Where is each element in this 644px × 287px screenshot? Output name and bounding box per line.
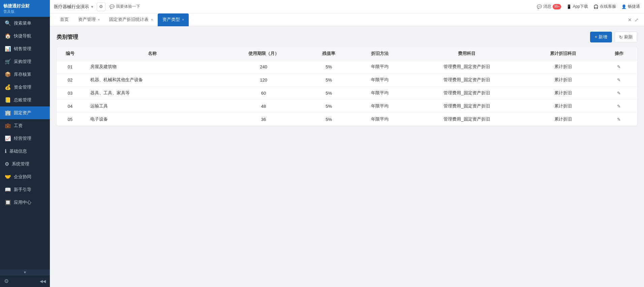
cell-method: 年限平均: [352, 87, 407, 100]
service-label: 在线客服: [600, 4, 616, 9]
settings-button[interactable]: ⚙: [97, 2, 105, 11]
sidebar-item-basic-info[interactable]: ℹ基础信息: [0, 145, 50, 158]
cell-code: 05: [57, 113, 84, 126]
sidebar-item-label: 应用中心: [14, 199, 31, 205]
sidebar-item-label: 基础信息: [9, 148, 27, 154]
table-row: 05 电子设备 36 5% 年限平均 管理费用_固定资产折旧 累计折旧 ✎: [57, 113, 637, 126]
expand-icon[interactable]: ⤢: [635, 17, 639, 23]
tab-asset-type[interactable]: 资产类型×: [158, 13, 189, 26]
sidebar-item-payroll[interactable]: 💼工资: [0, 119, 50, 132]
tab-fixed-asset-table[interactable]: 固定资产折旧统计表×: [104, 13, 157, 26]
new-button[interactable]: + 新增: [590, 32, 612, 42]
sidebar-item-guide[interactable]: 📖新手引导: [0, 183, 50, 196]
tab-close-icon[interactable]: ×: [98, 18, 100, 22]
sidebar-item-system[interactable]: ⚙系统管理: [0, 158, 50, 170]
close-window-icon[interactable]: ✕: [628, 17, 632, 23]
app-name: 畅捷通好业财: [3, 3, 47, 9]
sidebar-item-purchase[interactable]: 🛒采购管理: [0, 55, 50, 68]
cell-residual: 5%: [306, 87, 352, 100]
system-icon: ⚙: [5, 161, 9, 167]
capital-icon: 💰: [5, 84, 11, 90]
refresh-button[interactable]: ↻ 刷新: [615, 32, 637, 42]
sidebar-item-label: 经营管理: [14, 135, 31, 141]
tab-close-icon[interactable]: ×: [182, 18, 184, 22]
app-download-button[interactable]: 📱 App下载: [566, 4, 588, 9]
collapse-icon[interactable]: ◀◀: [40, 279, 46, 284]
company-selector[interactable]: 医疗器械行业演示 ▼: [54, 4, 94, 10]
table-column-header: 费用科目: [408, 47, 526, 60]
sidebar-footer: ⚙ ◀◀: [0, 275, 50, 287]
quick-nav-icon: 🏠: [5, 33, 11, 39]
fixed-asset-icon: 🏢: [5, 110, 11, 116]
app-label: App下载: [573, 4, 588, 9]
cell-accum: 累计折旧: [526, 87, 601, 100]
ledger-icon: 📒: [5, 97, 11, 103]
cell-method: 年限平均: [352, 73, 407, 87]
customer-service-button[interactable]: 🎧 在线客服: [593, 4, 616, 9]
sidebar-item-label: 企业协同: [14, 174, 31, 180]
experience-label: 我要体验一下: [116, 4, 140, 9]
cell-name: 运输工具: [84, 100, 221, 113]
sidebar-item-capital[interactable]: 💰资金管理: [0, 81, 50, 94]
sidebar-item-sales[interactable]: 📊销售管理: [0, 42, 50, 55]
edit-icon[interactable]: ✎: [617, 91, 621, 96]
guide-icon: 📖: [5, 187, 11, 193]
sidebar: 畅捷通好业财 普及版 🔍搜索菜单🏠快捷导航📊销售管理🛒采购管理📦库存核算💰资金管…: [0, 0, 50, 287]
app-version: 普及版: [3, 9, 47, 14]
cell-actions: ✎: [601, 100, 637, 113]
edit-icon[interactable]: ✎: [617, 104, 621, 109]
cell-code: 03: [57, 87, 84, 100]
sidebar-item-quick-nav[interactable]: 🏠快捷导航: [0, 30, 50, 42]
experience-button[interactable]: 💬 我要体验一下: [110, 4, 140, 9]
sidebar-item-label: 快捷导航: [14, 33, 31, 39]
sidebar-item-fixed-asset[interactable]: 🏢固定资产: [0, 106, 50, 119]
inventory-icon: 📦: [5, 71, 11, 77]
cell-actions: ✎: [601, 87, 637, 100]
sidebar-item-search[interactable]: 🔍搜索菜单: [0, 17, 50, 30]
tab-asset-mgmt[interactable]: 资产管理×: [73, 13, 104, 26]
cell-actions: ✎: [601, 73, 637, 87]
tab-label: 资产管理: [78, 17, 96, 23]
cell-accum: 累计折旧: [526, 113, 601, 126]
basic-info-icon: ℹ: [5, 148, 7, 154]
cell-expense: 管理费用_固定资产折旧: [408, 100, 526, 113]
sidebar-item-enterprise[interactable]: 🤝企业协同: [0, 170, 50, 183]
cell-expense: 管理费用_固定资产折旧: [408, 87, 526, 100]
table-column-header: 残值率: [306, 47, 352, 60]
sidebar-scroll-down[interactable]: ▼: [0, 269, 50, 275]
mobile-icon: 📱: [566, 4, 572, 9]
company-name: 医疗器械行业演示: [54, 4, 89, 10]
page-content: 类别管理 + 新增 ↻ 刷新 编号名称使用期限（月）残值率折旧方法费用科目累计折…: [50, 26, 644, 287]
sidebar-item-app-center[interactable]: 🔲应用中心: [0, 196, 50, 209]
settings-icon[interactable]: ⚙: [4, 278, 9, 284]
cell-actions: ✎: [601, 113, 637, 126]
table-body: 01 房屋及建筑物 240 5% 年限平均 管理费用_固定资产折旧 累计折旧 ✎…: [57, 60, 637, 126]
sidebar-item-inventory[interactable]: 📦库存核算: [0, 68, 50, 81]
message-button[interactable]: 💬 消息 99+: [537, 4, 561, 9]
edit-icon[interactable]: ✎: [617, 64, 621, 69]
message-label: 消息: [543, 4, 551, 9]
table-row: 02 机器、机械和其他生产设备 120 5% 年限平均 管理费用_固定资产折旧 …: [57, 73, 637, 87]
refresh-label: 刷新: [624, 34, 633, 40]
edit-icon[interactable]: ✎: [617, 77, 621, 83]
topbar: 医疗器械行业演示 ▼ ⚙ 💬 我要体验一下 💬 消息 99+ 📱 App下载 🎧…: [50, 0, 644, 13]
user-menu-button[interactable]: 👤 畅捷通: [621, 4, 640, 9]
tabs-right-controls: ✕ ⤢: [628, 17, 639, 23]
user-icon: 👤: [621, 4, 626, 9]
cell-name: 器具、工具、家具等: [84, 87, 221, 100]
table-row: 03 器具、工具、家具等 60 5% 年限平均 管理费用_固定资产折旧 累计折旧…: [57, 87, 637, 100]
sidebar-item-label: 搜索菜单: [14, 20, 31, 26]
edit-icon[interactable]: ✎: [617, 117, 621, 122]
gear-icon: ⚙: [99, 4, 103, 9]
tab-close-icon[interactable]: ×: [151, 18, 153, 22]
cell-residual: 5%: [306, 60, 352, 73]
cell-method: 年限平均: [352, 100, 407, 113]
tab-home[interactable]: 首页: [55, 13, 73, 26]
tab-label: 首页: [60, 17, 69, 23]
sidebar-item-ledger[interactable]: 📒总账管理: [0, 94, 50, 106]
cell-expense: 管理费用_固定资产折旧: [408, 60, 526, 73]
payroll-icon: 💼: [5, 123, 11, 129]
cell-residual: 5%: [306, 100, 352, 113]
sidebar-item-operations[interactable]: 📈经营管理: [0, 132, 50, 145]
sidebar-item-label: 固定资产: [14, 110, 31, 116]
